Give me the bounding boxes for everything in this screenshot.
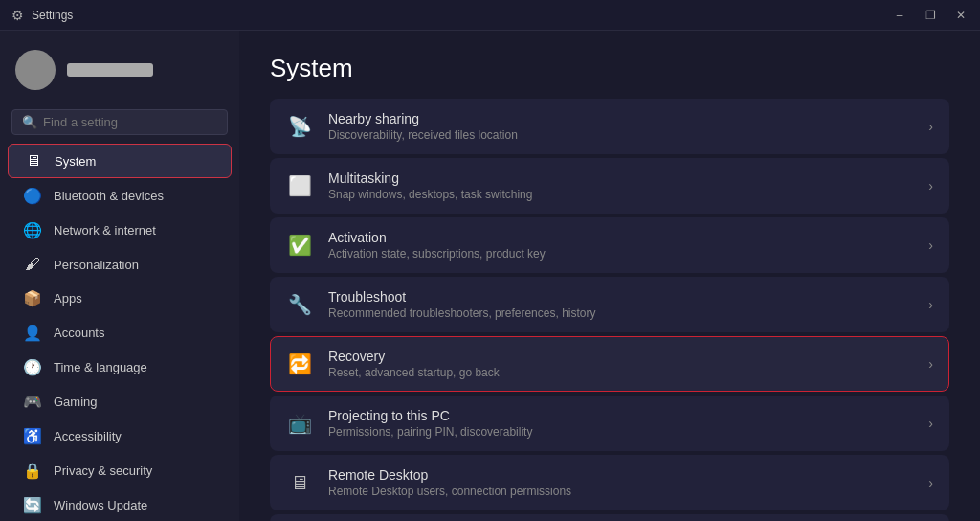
- titlebar: ⚙ Settings – ❐ ✕: [0, 0, 980, 31]
- nav-list: 🖥System🔵Bluetooth & devices🌐Network & in…: [0, 143, 239, 521]
- bluetooth-icon: 🔵: [23, 187, 42, 205]
- nearby-sharing-icon: 📡: [286, 115, 313, 138]
- setting-title-projecting: Projecting to this PC: [328, 408, 913, 423]
- setting-item-clipboard[interactable]: 📋ClipboardCut and copy history, sync, cl…: [270, 514, 949, 521]
- sidebar-item-gaming[interactable]: 🎮Gaming: [8, 385, 232, 419]
- chevron-right-icon: ›: [928, 238, 933, 253]
- sidebar-item-label-accounts: Accounts: [54, 326, 104, 340]
- setting-item-activation[interactable]: ✅ActivationActivation state, subscriptio…: [270, 217, 949, 273]
- setting-title-activation: Activation: [328, 230, 913, 245]
- sidebar-item-time[interactable]: 🕐Time & language: [8, 351, 232, 384]
- setting-desc-recovery: Reset, advanced startup, go back: [328, 366, 913, 379]
- sidebar-item-label-update: Windows Update: [54, 498, 147, 512]
- chevron-right-icon: ›: [928, 119, 933, 134]
- titlebar-title: Settings: [32, 9, 892, 22]
- setting-text-activation: ActivationActivation state, subscription…: [328, 230, 913, 260]
- apps-icon: 📦: [23, 289, 42, 307]
- setting-desc-projecting: Permissions, pairing PIN, discoverabilit…: [328, 425, 913, 439]
- setting-item-multitasking[interactable]: ⬜MultitaskingSnap windows, desktops, tas…: [270, 158, 949, 214]
- setting-item-projecting[interactable]: 📺Projecting to this PCPermissions, pairi…: [270, 396, 949, 451]
- restore-button[interactable]: ❐: [923, 9, 938, 22]
- sidebar-item-label-privacy: Privacy & security: [54, 464, 152, 478]
- close-button[interactable]: ✕: [953, 9, 969, 22]
- search-input[interactable]: [43, 115, 217, 129]
- chevron-right-icon: ›: [928, 178, 933, 193]
- update-icon: 🔄: [23, 496, 42, 514]
- setting-title-troubleshoot: Troubleshoot: [328, 289, 913, 305]
- setting-title-multitasking: Multitasking: [328, 170, 913, 186]
- troubleshoot-icon: 🔧: [286, 293, 313, 316]
- sidebar-item-privacy[interactable]: 🔒Privacy & security: [8, 454, 232, 487]
- sidebar-item-personalization[interactable]: 🖌Personalization: [8, 248, 232, 281]
- user-profile: [0, 38, 239, 102]
- setting-text-projecting: Projecting to this PCPermissions, pairin…: [328, 408, 913, 439]
- gaming-icon: 🎮: [23, 393, 42, 411]
- main-content: System 📡Nearby sharingDiscoverability, r…: [239, 31, 980, 521]
- setting-text-multitasking: MultitaskingSnap windows, desktops, task…: [328, 170, 913, 201]
- setting-desc-activation: Activation state, subscriptions, product…: [328, 247, 913, 260]
- sidebar-item-label-bluetooth: Bluetooth & devices: [54, 189, 164, 203]
- sidebar-item-apps[interactable]: 📦Apps: [8, 282, 232, 315]
- setting-text-nearby-sharing: Nearby sharingDiscoverability, received …: [328, 111, 913, 142]
- titlebar-controls: – ❐ ✕: [892, 9, 969, 22]
- sidebar-item-label-apps: Apps: [54, 291, 82, 306]
- system-icon: 🖥: [24, 152, 43, 170]
- accessibility-icon: ♿: [23, 427, 42, 445]
- setting-item-remote-desktop[interactable]: 🖥Remote DesktopRemote Desktop users, con…: [270, 455, 949, 510]
- setting-item-troubleshoot[interactable]: 🔧TroubleshootRecommended troubleshooters…: [270, 277, 949, 332]
- recovery-icon: 🔁: [286, 352, 313, 375]
- sidebar-item-update[interactable]: 🔄Windows Update: [8, 488, 232, 521]
- network-icon: 🌐: [23, 221, 42, 239]
- avatar: [15, 50, 56, 90]
- sidebar-item-bluetooth[interactable]: 🔵Bluetooth & devices: [8, 179, 232, 213]
- app-body: 🔍 🖥System🔵Bluetooth & devices🌐Network & …: [0, 31, 980, 521]
- activation-icon: ✅: [286, 234, 313, 257]
- setting-text-remote-desktop: Remote DesktopRemote Desktop users, conn…: [328, 467, 913, 498]
- chevron-right-icon: ›: [928, 416, 933, 431]
- sidebar-item-system[interactable]: 🖥System: [8, 144, 232, 178]
- setting-desc-troubleshoot: Recommended troubleshooters, preferences…: [328, 306, 913, 320]
- sidebar-item-accessibility[interactable]: ♿Accessibility: [8, 419, 232, 453]
- sidebar-item-label-gaming: Gaming: [54, 395, 98, 409]
- multitasking-icon: ⬜: [286, 174, 313, 197]
- settings-icon: ⚙: [11, 8, 24, 23]
- privacy-icon: 🔒: [23, 462, 42, 480]
- setting-item-nearby-sharing[interactable]: 📡Nearby sharingDiscoverability, received…: [270, 99, 949, 154]
- setting-desc-remote-desktop: Remote Desktop users, connection permiss…: [328, 485, 913, 498]
- sidebar-item-label-time: Time & language: [54, 360, 147, 374]
- chevron-right-icon: ›: [928, 297, 933, 312]
- setting-desc-nearby-sharing: Discoverability, received files location: [328, 128, 913, 142]
- setting-list: 📡Nearby sharingDiscoverability, received…: [270, 99, 949, 521]
- sidebar-item-network[interactable]: 🌐Network & internet: [8, 214, 232, 247]
- remote-desktop-icon: 🖥: [286, 472, 313, 494]
- username-placeholder: [67, 63, 153, 77]
- page-title: System: [270, 54, 949, 83]
- personalization-icon: 🖌: [23, 256, 42, 273]
- chevron-right-icon: ›: [928, 475, 933, 490]
- sidebar: 🔍 🖥System🔵Bluetooth & devices🌐Network & …: [0, 31, 239, 521]
- sidebar-item-label-network: Network & internet: [54, 223, 156, 238]
- sidebar-item-label-accessibility: Accessibility: [54, 429, 122, 443]
- sidebar-item-accounts[interactable]: 👤Accounts: [8, 316, 232, 350]
- setting-title-remote-desktop: Remote Desktop: [328, 467, 913, 483]
- accounts-icon: 👤: [23, 324, 42, 342]
- setting-title-recovery: Recovery: [328, 349, 913, 364]
- minimize-button[interactable]: –: [892, 9, 907, 22]
- setting-text-troubleshoot: TroubleshootRecommended troubleshooters,…: [328, 289, 913, 320]
- setting-item-recovery[interactable]: 🔁RecoveryReset, advanced startup, go bac…: [270, 336, 949, 392]
- projecting-icon: 📺: [286, 412, 313, 435]
- setting-title-nearby-sharing: Nearby sharing: [328, 111, 913, 126]
- setting-desc-multitasking: Snap windows, desktops, task switching: [328, 188, 913, 201]
- sidebar-item-label-system: System: [55, 154, 96, 169]
- chevron-right-icon: ›: [928, 356, 933, 372]
- sidebar-item-label-personalization: Personalization: [54, 258, 139, 272]
- setting-text-recovery: RecoveryReset, advanced startup, go back: [328, 349, 913, 379]
- time-icon: 🕐: [23, 358, 42, 376]
- search-icon: 🔍: [22, 115, 37, 129]
- search-box[interactable]: 🔍: [11, 109, 228, 135]
